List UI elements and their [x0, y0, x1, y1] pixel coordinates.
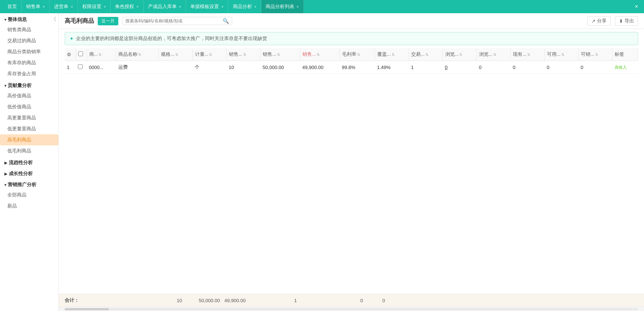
sidebar-item-sales-goods[interactable]: 销售类商品 [0, 24, 58, 35]
sort-browse1-icon: ⇅ [459, 53, 462, 57]
th-settings[interactable]: ⚙ [65, 48, 76, 61]
footer-sales-qty: 10 [175, 298, 197, 303]
sidebar-group-contribution[interactable]: ▾ 贡献量分析 [0, 79, 58, 90]
th-spec[interactable]: 规格...⇅ [159, 48, 193, 61]
th-cover[interactable]: 覆盖...⇅ [375, 48, 409, 61]
nav-tab-product-inbound[interactable]: 产成品入库单 × [144, 0, 186, 13]
search-input[interactable] [125, 18, 223, 23]
browse1-link[interactable]: 0 [445, 65, 447, 70]
sidebar: 《 ▾ 整体信息 销售类商品 交易过的商品 商品分类助销率 有库存的商品 库存资… [0, 13, 59, 311]
sort-trade-icon: ⇅ [425, 53, 428, 57]
page-title: 高毛利商品 [65, 17, 94, 25]
th-trade[interactable]: 交易...⇅ [409, 48, 443, 61]
close-all-tabs[interactable]: × [632, 3, 641, 10]
sort-name-icon: ⇅ [138, 53, 141, 57]
footer-cells: 10 50,000.00 49,900.00 1 0 0 [86, 298, 638, 303]
table-container: ⚙ 商...⇅ 商品名称⇅ 规格...⇅ 计量...⇅ 销售...⇅ 销售...… [59, 48, 644, 294]
close-purchase-tab[interactable]: × [71, 4, 73, 9]
sidebar-item-stock-capital[interactable]: 库存资金占用 [0, 68, 58, 79]
sidebar-item-high-freq[interactable]: 高更量置商品 [0, 112, 58, 123]
sidebar-item-low-freq[interactable]: 低更量置商品 [0, 123, 58, 134]
sidebar-item-category-rate[interactable]: 商品分类助销率 [0, 46, 58, 57]
close-template-tab[interactable]: × [221, 4, 223, 9]
th-checkbox[interactable] [76, 48, 87, 61]
sidebar-item-traded-goods[interactable]: 交易过的商品 [0, 35, 58, 46]
sidebar-group-overall[interactable]: ▾ 整体信息 [0, 13, 58, 24]
nav-tab-template[interactable]: 单据模板设置 × [186, 0, 228, 13]
share-btn[interactable]: ↗ 分享 [587, 16, 611, 26]
top-nav: 首页 销售单 × 进货单 × 权限设置 × 角色授权 × 产成品入库单 × 单据… [0, 0, 644, 13]
nav-tab-sales[interactable]: 销售单 × [22, 0, 50, 13]
sidebar-group-flow[interactable]: ▶ 流趋性分析 [0, 156, 58, 167]
th-name[interactable]: 商品名称⇅ [116, 48, 159, 61]
scrollbar-thumb[interactable] [65, 308, 109, 310]
nav-tab-home[interactable]: 首页 [3, 0, 22, 13]
sidebar-item-instock-goods[interactable]: 有库存的商品 [0, 57, 58, 68]
nav-tab-analysis-list[interactable]: 商品分析列表 × [261, 0, 303, 13]
close-analysis-list-tab[interactable]: × [296, 4, 299, 9]
sort-gross-icon: ⇅ [357, 53, 360, 57]
th-current-stock[interactable]: 现有...⇅ [511, 48, 544, 61]
cell-checkbox[interactable] [76, 61, 87, 74]
footer-sales-amount: 50,000.00 [197, 298, 222, 303]
nav-tab-role[interactable]: 角色授权 × [111, 0, 143, 13]
close-sales-tab[interactable]: × [43, 4, 45, 9]
select-all-checkbox[interactable] [78, 51, 83, 56]
arrow-marketing: ▾ [4, 183, 6, 187]
th-browse2[interactable]: 浏览...⇅ [476, 48, 510, 61]
cell-code: 0000... [87, 61, 116, 74]
th-sales-qty[interactable]: 销售...⇅ [226, 48, 260, 61]
sidebar-item-low-value[interactable]: 低价值商品 [0, 101, 58, 112]
search-box: 🔍 [122, 17, 232, 25]
sidebar-item-low-margin[interactable]: 低毛利商品 [0, 145, 58, 156]
sort-unit-icon: ⇅ [209, 53, 212, 57]
search-icon[interactable]: 🔍 [223, 18, 229, 24]
data-table: ⚙ 商...⇅ 商品名称⇅ 规格...⇅ 计量...⇅ 销售...⇅ 销售...… [65, 48, 638, 74]
nav-tab-permission[interactable]: 权限设置 × [78, 0, 111, 13]
scrollbar-track[interactable] [65, 308, 638, 310]
close-analysis-tab[interactable]: × [254, 4, 256, 9]
th-available[interactable]: 可用...⇅ [544, 48, 578, 61]
arrow-flow: ▶ [4, 161, 7, 165]
main-layout: 《 ▾ 整体信息 销售类商品 交易过的商品 商品分类助销率 有库存的商品 库存资… [0, 13, 644, 311]
sidebar-collapse-btn[interactable]: 《 [51, 16, 56, 23]
sidebar-item-all-goods[interactable]: 全部商品 [0, 189, 58, 200]
th-unit[interactable]: 计量...⇅ [193, 48, 226, 61]
close-product-inbound-tab[interactable]: × [179, 4, 181, 9]
sidebar-item-high-value[interactable]: 高价值商品 [0, 90, 58, 101]
export-btn[interactable]: ⬇ 导出 [615, 16, 638, 26]
footer-sales-profit: 49,900.00 [222, 298, 248, 303]
th-saleable[interactable]: 可销...⇅ [579, 48, 612, 61]
th-tag[interactable]: 标签 [612, 48, 638, 61]
sort-saleable-icon: ⇅ [595, 53, 598, 57]
th-gross-rate[interactable]: 毛利率⇅ [340, 48, 375, 61]
cell-sales-qty: 10 [226, 61, 260, 74]
cell-cover: 1.49% [375, 61, 409, 74]
th-browse1[interactable]: 浏览...⇅ [443, 48, 476, 61]
info-banner: ✦ 企业的主要的利润都是这部分商品创造的，可考虑加大推广，同时关注库存是不要出现… [65, 32, 638, 45]
sidebar-item-new-goods[interactable]: 新品 [0, 200, 58, 211]
sidebar-group-growth[interactable]: ▶ 成长性分析 [0, 167, 58, 178]
cell-sales-amount: 50,000.00 [260, 61, 300, 74]
table-header-row: ⚙ 商...⇅ 商品名称⇅ 规格...⇅ 计量...⇅ 销售...⇅ 销售...… [65, 48, 638, 61]
nav-tab-analysis[interactable]: 商品分析 × [229, 0, 261, 13]
sidebar-item-high-margin[interactable]: 高毛利商品 [0, 134, 58, 145]
cell-browse1[interactable]: 0 [443, 61, 476, 74]
info-icon: ✦ [69, 36, 74, 41]
nav-tab-purchase[interactable]: 进货单 × [50, 0, 78, 13]
th-sales-amount[interactable]: 销售...⇅ [260, 48, 300, 61]
cell-num: 1 [65, 61, 76, 74]
cell-gross-rate: 99.8% [340, 61, 375, 74]
th-code[interactable]: 商...⇅ [87, 48, 116, 61]
filter-recent-month-btn[interactable]: 近一月 [98, 17, 118, 25]
horizontal-scrollbar[interactable] [59, 307, 644, 311]
arrow-growth: ▶ [4, 172, 7, 176]
footer-label: 合计： [65, 297, 79, 304]
close-permission-tab[interactable]: × [104, 4, 106, 9]
sort-browse2-icon: ⇅ [493, 53, 496, 57]
row-checkbox[interactable] [78, 64, 83, 69]
cell-browse2: 0 [476, 61, 510, 74]
th-sales-profit[interactable]: 销售...⇅ [300, 48, 340, 61]
sidebar-group-marketing[interactable]: ▾ 营销推广分析 [0, 178, 58, 189]
close-role-tab[interactable]: × [136, 4, 138, 9]
